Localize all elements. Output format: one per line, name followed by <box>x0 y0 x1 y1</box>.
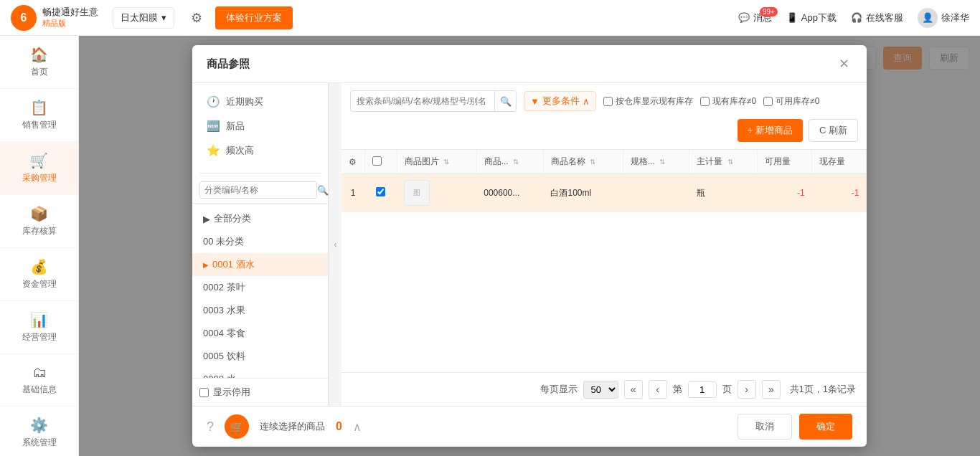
cell-unit: 瓶 <box>689 174 758 212</box>
category-item-all[interactable]: ▶ 全部分类 <box>192 207 328 230</box>
checkbox-available-stock[interactable]: 可用库存≠0 <box>763 95 819 108</box>
cancel-button[interactable]: 取消 <box>738 414 792 440</box>
main-layout: 🏠 首页 📋 销售管理 🛒 采购管理 📦 库存核算 💰 资金管理 📊 经营管理 … <box>0 36 980 456</box>
column-spec-header: 规格... ⇅ <box>623 150 689 174</box>
pagination-bar: 每页显示 50 « ‹ 第 页 › » 共1页，1条记录 <box>341 372 867 406</box>
sales-icon: 📋 <box>30 99 48 116</box>
column-settings-icon[interactable]: ⚙ <box>341 150 364 174</box>
by-warehouse-checkbox[interactable] <box>603 97 613 106</box>
product-table: ⚙ 商品图片 ⇅ 商品... ⇅ <box>341 150 867 212</box>
panel-collapse-button[interactable]: ‹ <box>329 83 341 406</box>
sidebar-item-purchase[interactable]: 🛒 采购管理 <box>0 142 78 195</box>
cell-checkbox[interactable] <box>364 174 397 212</box>
refresh-button[interactable]: C 刷新 <box>809 119 858 142</box>
cell-code: 000600... <box>476 174 543 212</box>
settings-icon[interactable]: ⚙ <box>185 6 208 29</box>
continuous-select-label: 连续选择的商品 <box>260 420 325 433</box>
home-icon: 🏠 <box>30 46 48 63</box>
top-navigation: 6 畅捷通好生意 精品版 日太阳膜 ▾ ⚙ 体验行业方案 💬 消息 99+ 📱 … <box>0 0 980 36</box>
category-label-0002: 0002 茶叶 <box>203 281 245 294</box>
modal-overlay: 商品参照 ✕ 🕐 近期购买 🆕 <box>79 36 980 456</box>
image-sort-icon: ⇅ <box>443 158 449 166</box>
sidebar-item-home[interactable]: 🏠 首页 <box>0 36 78 89</box>
left-footer: 显示停用 <box>192 378 328 406</box>
footer-right: 取消 确定 <box>738 414 852 440</box>
checkbox-current-stock[interactable]: 现有库存≠0 <box>700 95 756 108</box>
quick-item-new[interactable]: 🆕 新品 <box>199 115 321 138</box>
avatar: 👤 <box>918 8 938 28</box>
logo-sub: 精品版 <box>42 18 98 29</box>
last-page-button[interactable]: » <box>762 380 781 399</box>
category-item-00[interactable]: 00 未分类 <box>192 230 328 253</box>
code-sort-icon: ⇅ <box>513 158 519 166</box>
quick-item-recent[interactable]: 🕐 近期购买 <box>199 90 321 113</box>
modal-close-button[interactable]: ✕ <box>835 55 852 72</box>
category-item-0002[interactable]: 0002 茶叶 <box>192 276 328 299</box>
category-search-button[interactable]: 🔍 <box>317 181 329 199</box>
prev-page-button[interactable]: ‹ <box>649 380 667 399</box>
right-panel: 🔍 ▼ 更多条件 ∧ 按仓库显示现有库存 <box>341 83 867 406</box>
add-product-button[interactable]: + 新增商品 <box>738 119 803 142</box>
cart-icon[interactable]: 🛒 <box>225 414 249 439</box>
user-nav-item[interactable]: 👤 徐泽华 <box>918 8 969 28</box>
sidebar-label-purchase: 采购管理 <box>22 172 57 184</box>
sidebar-item-sales[interactable]: 📋 销售管理 <box>0 89 78 142</box>
per-page-label: 每页显示 <box>540 383 578 396</box>
help-icon[interactable]: ? <box>207 419 214 434</box>
table-row[interactable]: 1 图 000600... 白酒100ml <box>341 174 867 212</box>
recent-icon: 🕐 <box>207 95 220 108</box>
spec-sort-icon: ⇅ <box>659 158 665 166</box>
select-all-checkbox[interactable] <box>372 156 382 166</box>
category-label-0005: 0005 饮料 <box>203 350 245 363</box>
filter-arrow-icon: ∧ <box>583 96 590 107</box>
next-page-button[interactable]: › <box>738 380 756 399</box>
sidebar-item-finance[interactable]: 💰 资金管理 <box>0 248 78 301</box>
customer-service-nav-item[interactable]: 🎧 在线客服 <box>851 11 903 24</box>
product-search-input[interactable] <box>351 96 494 106</box>
category-item-0005[interactable]: 0005 饮料 <box>192 345 328 368</box>
current-stock-checkbox[interactable] <box>700 97 710 106</box>
category-item-0003[interactable]: 0003 水果 <box>192 299 328 322</box>
more-filter-button[interactable]: ▼ 更多条件 ∧ <box>524 91 596 111</box>
left-panel: 🕐 近期购买 🆕 新品 ⭐ 频次高 <box>192 83 329 406</box>
column-checkbox-header[interactable] <box>364 150 397 174</box>
available-stock-checkbox[interactable] <box>763 97 773 106</box>
experience-btn[interactable]: 体验行业方案 <box>215 6 293 29</box>
sidebar-label-operations: 经营管理 <box>22 331 57 343</box>
page-info: 共1页，1条记录 <box>790 383 856 396</box>
logo-area: 6 畅捷通好生意 精品版 <box>11 5 98 31</box>
category-item-0008[interactable]: 0008 水 <box>192 368 328 378</box>
column-name-header: 商品名称 ⇅ <box>543 150 623 174</box>
warehouse-select-area[interactable]: 日太阳膜 ▾ <box>113 7 174 29</box>
sidebar-item-system[interactable]: ⚙️ 系统管理 <box>0 407 78 456</box>
product-search-button[interactable]: 🔍 <box>494 90 516 112</box>
sidebar-item-inventory[interactable]: 📦 库存核算 <box>0 195 78 248</box>
category-label-0001: 0001 酒水 <box>212 258 255 271</box>
warehouse-dropdown[interactable]: 日太阳膜 ▾ <box>113 7 174 29</box>
phone-icon: 📱 <box>786 12 798 23</box>
name-sort-icon: ⇅ <box>590 158 595 166</box>
product-table-container: ⚙ 商品图片 ⇅ 商品... ⇅ <box>341 150 867 372</box>
sidebar-label-basic: 基础信息 <box>22 384 57 396</box>
per-page-select[interactable]: 50 <box>583 381 618 399</box>
confirm-button[interactable]: 确定 <box>799 414 852 440</box>
category-item-0004[interactable]: 0004 零食 <box>192 322 328 345</box>
sidebar-item-basic[interactable]: 🗂 基础信息 <box>0 354 78 407</box>
page-number-input[interactable] <box>688 381 717 398</box>
expand-icon[interactable]: ∧ <box>353 420 362 434</box>
row-checkbox[interactable] <box>376 187 385 196</box>
system-icon: ⚙️ <box>30 417 48 434</box>
show-disabled-label[interactable]: 显示停用 <box>213 386 250 399</box>
first-page-button[interactable]: « <box>624 380 643 399</box>
quick-item-frequent[interactable]: ⭐ 频次高 <box>199 139 321 162</box>
sidebar-item-operations[interactable]: 📊 经营管理 <box>0 301 78 354</box>
product-search-box: 🔍 <box>350 90 517 112</box>
checkbox-by-warehouse[interactable]: 按仓库显示现有库存 <box>603 95 693 108</box>
category-search-input[interactable] <box>199 181 317 199</box>
app-download-nav-item[interactable]: 📱 App下载 <box>786 11 837 24</box>
messages-nav-item[interactable]: 💬 消息 99+ <box>738 11 772 24</box>
show-disabled-checkbox[interactable] <box>199 388 209 397</box>
quick-items-area: 🕐 近期购买 🆕 新品 ⭐ 频次高 <box>192 83 328 169</box>
category-item-0001[interactable]: ▶ 0001 酒水 <box>192 253 328 276</box>
sidebar: 🏠 首页 📋 销售管理 🛒 采购管理 📦 库存核算 💰 资金管理 📊 经营管理 … <box>0 36 79 456</box>
